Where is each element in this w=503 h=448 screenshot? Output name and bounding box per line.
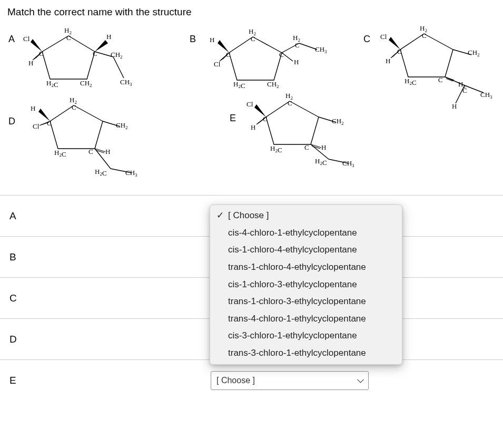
- dropdown-option-choose[interactable]: [ Choose ]: [210, 207, 402, 225]
- svg-text:C: C: [438, 76, 443, 84]
- svg-text:CH3: CH3: [120, 78, 132, 87]
- dropdown-option-8[interactable]: trans-3-chloro-1-ethylcyclopentane: [210, 345, 402, 362]
- svg-text:CH2: CH2: [267, 80, 279, 89]
- svg-text:C: C: [72, 103, 76, 111]
- svg-text:C: C: [279, 51, 284, 59]
- svg-text:Cl: Cl: [246, 100, 253, 108]
- svg-text:CH2: CH2: [111, 51, 123, 60]
- answer-label-c: C: [0, 293, 211, 304]
- structure-label-a: A: [8, 34, 15, 45]
- svg-marker-0: [42, 36, 95, 79]
- svg-text:H: H: [386, 57, 390, 65]
- structure-label-c: C: [363, 34, 370, 45]
- structure-d: H2 C C CH2 H2C C H H2C CH3 H Cl: [21, 95, 142, 184]
- svg-text:CH3: CH3: [342, 159, 354, 168]
- svg-text:C: C: [288, 99, 292, 107]
- svg-text:H: H: [210, 36, 214, 44]
- svg-text:H2C: H2C: [46, 79, 58, 89]
- structure-label-b: B: [190, 34, 196, 45]
- question-title: Match the correct name with the structur…: [0, 0, 503, 21]
- svg-text:H: H: [105, 148, 110, 155]
- svg-text:H: H: [106, 33, 111, 41]
- dropdown-option-2[interactable]: cis-1-chloro-4-ethylcyclopentane: [210, 241, 402, 259]
- svg-text:C: C: [295, 41, 300, 49]
- svg-text:H: H: [294, 58, 299, 66]
- svg-marker-19: [229, 37, 282, 80]
- svg-text:C: C: [462, 86, 467, 94]
- svg-text:H2C: H2C: [315, 157, 327, 167]
- structure-label-d: D: [8, 116, 15, 127]
- svg-text:CH3: CH3: [480, 91, 492, 100]
- svg-text:Cl: Cl: [33, 122, 40, 130]
- svg-text:Cl: Cl: [23, 35, 30, 43]
- svg-line-21: [299, 43, 317, 50]
- svg-text:CH2: CH2: [468, 48, 480, 57]
- dropdown-option-7[interactable]: cis-3-chloro-1-ethylcyclopentane: [210, 327, 402, 345]
- svg-text:CH2: CH2: [80, 79, 92, 88]
- svg-text:C: C: [39, 50, 44, 57]
- structure-a: H2 C C C H2C CH2 CH2 CH3 Cl H H: [21, 26, 137, 95]
- svg-marker-39: [400, 34, 453, 77]
- structures-area: A H2 C C C H2C CH2 CH2 CH3 Cl H H: [0, 21, 503, 179]
- dropdown-option-6[interactable]: trans-4-chloro-1-ethylcyclopentane: [210, 310, 402, 328]
- answer-label-a: A: [0, 210, 211, 222]
- svg-marker-61: [50, 105, 103, 149]
- svg-text:C: C: [47, 119, 52, 127]
- svg-text:C: C: [66, 34, 71, 42]
- svg-text:H: H: [321, 143, 326, 151]
- svg-text:H2C: H2C: [54, 149, 66, 158]
- svg-text:H2C: H2C: [95, 168, 107, 177]
- svg-text:C: C: [93, 50, 97, 57]
- dropdown-option-4[interactable]: cis-1-chloro-3-ethylcyclopentane: [210, 276, 402, 294]
- svg-text:C: C: [397, 47, 402, 55]
- structure-c: H2 C C CH2 H2C C H2 C H CH3 Cl H: [374, 24, 498, 111]
- svg-text:CH2: CH2: [116, 121, 128, 130]
- svg-text:H: H: [452, 102, 457, 110]
- svg-text:H2C: H2C: [405, 77, 417, 86]
- svg-text:CH3: CH3: [315, 45, 327, 54]
- answer-label-e: E: [0, 375, 211, 386]
- answer-label-b: B: [0, 251, 211, 263]
- svg-text:H2C: H2C: [270, 144, 282, 154]
- svg-text:C: C: [226, 51, 231, 59]
- structure-b: H2 C H2 C CH3 C C H2C CH2 H Cl H: [200, 26, 327, 95]
- svg-text:Cl: Cl: [214, 60, 221, 68]
- svg-text:C: C: [422, 32, 427, 40]
- svg-line-89: [312, 146, 320, 149]
- svg-text:H: H: [251, 123, 255, 131]
- svg-text:Cl: Cl: [380, 33, 387, 41]
- svg-text:H: H: [28, 59, 33, 67]
- svg-line-2: [113, 57, 124, 78]
- select-e[interactable]: [ Choose ]: [211, 371, 369, 390]
- svg-text:H: H: [31, 104, 35, 112]
- dropdown-option-3[interactable]: trans-1-chloro-4-ethylcyclopentane: [210, 259, 402, 276]
- svg-text:CH3: CH3: [125, 169, 137, 178]
- svg-text:H2C: H2C: [233, 80, 245, 90]
- svg-text:C: C: [251, 35, 255, 43]
- svg-text:CH2: CH2: [332, 117, 344, 126]
- answer-label-d: D: [0, 334, 211, 345]
- svg-text:C: C: [263, 115, 268, 123]
- structure-e: H2 C C CH2 H2C C H H2C CH3 Cl H: [232, 91, 358, 183]
- svg-marker-81: [266, 101, 319, 144]
- dropdown-option-1[interactable]: cis-4-chloro-1-ethylcyclopentane: [210, 225, 402, 242]
- dropdown-menu[interactable]: [ Choose ] cis-4-chloro-1-ethylcyclopent…: [210, 204, 402, 365]
- dropdown-option-5[interactable]: trans-1-chloro-3-ethylcyclopentane: [210, 293, 402, 310]
- svg-text:C: C: [88, 148, 93, 155]
- svg-text:C: C: [304, 143, 309, 151]
- answer-row-e: E [ Choose ]: [0, 359, 503, 401]
